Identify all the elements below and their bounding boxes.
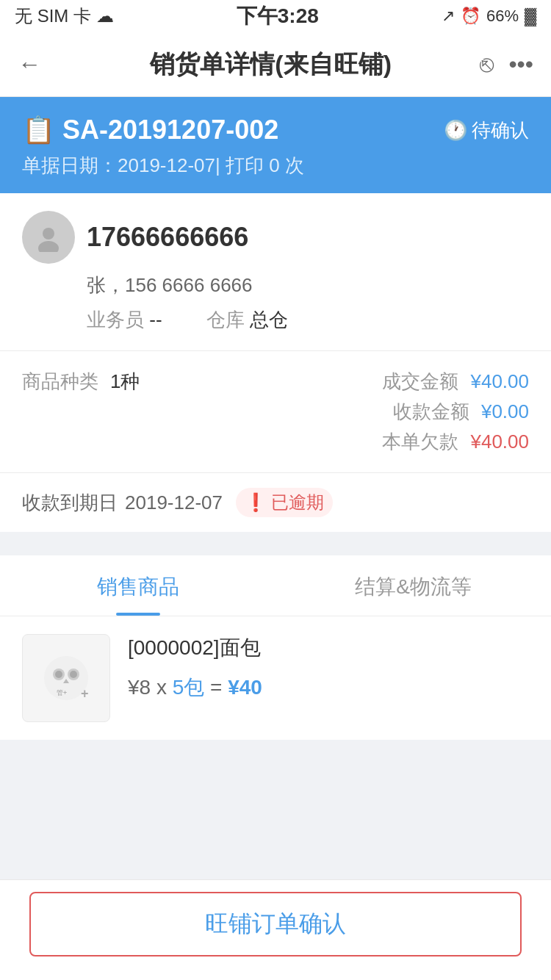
product-price: ¥8 x 5包 = ¥40 — [128, 674, 529, 702]
svg-point-1 — [38, 241, 59, 252]
stats-section: 商品种类 1种 成交金额 ¥40.00 收款金额 ¥0.00 本单欠款 ¥40.… — [0, 351, 551, 472]
nav-right: ⎋ ••• — [480, 51, 533, 78]
customer-phone: 17666666666 — [87, 222, 248, 253]
order-date: 单据日期：2019-12-07| 打印 0 次 — [22, 153, 529, 179]
due-label: 收款到期日 — [22, 490, 118, 516]
confirm-order-button[interactable]: 旺铺订单确认 — [29, 892, 522, 956]
location-icon: ↗ — [442, 7, 455, 26]
battery-icon: ▓ — [525, 7, 536, 26]
sim-status: 无 SIM 卡 ☁ — [15, 4, 114, 28]
product-thumbnail: + 管+ — [22, 634, 110, 722]
clock-icon: 🕐 — [444, 119, 467, 142]
owed-row: 本单欠款 ¥40.00 — [382, 429, 529, 455]
status-time: 下午3:28 — [237, 2, 319, 30]
avatar — [22, 211, 75, 264]
tabs-section: 销售商品 结算&物流等 + 管+ [0000002]面包 — [0, 555, 551, 740]
amount-summary: 成交金额 ¥40.00 收款金额 ¥0.00 本单欠款 ¥40.00 — [382, 369, 529, 455]
product-name: [0000002]面包 — [128, 634, 529, 662]
tab-settlement[interactable]: 结算&物流等 — [276, 555, 551, 616]
order-status: 🕐 待确认 — [444, 118, 529, 143]
status-right: ↗ ⏰ 66% ▓ — [442, 7, 536, 26]
svg-point-0 — [43, 228, 54, 239]
more-button[interactable]: ••• — [508, 51, 533, 78]
svg-text:管+: 管+ — [57, 689, 67, 696]
equals-icon: = — [210, 676, 222, 699]
customer-meta: 业务员 -- 仓库 总仓 — [87, 307, 529, 333]
product-info: [0000002]面包 ¥8 x 5包 = ¥40 — [128, 634, 529, 702]
svg-point-6 — [70, 671, 77, 678]
nav-left: ← — [18, 51, 62, 78]
warehouse-info: 仓库 总仓 — [206, 307, 288, 333]
status-left: 无 SIM 卡 ☁ — [15, 4, 114, 28]
tab-sales-goods[interactable]: 销售商品 — [0, 555, 276, 616]
product-item: + 管+ [0000002]面包 ¥8 x 5包 = ¥40 — [0, 616, 551, 740]
bottom-bar: 旺铺订单确认 — [0, 879, 551, 980]
status-bar: 无 SIM 卡 ☁ 下午3:28 ↗ ⏰ 66% ▓ — [0, 0, 551, 32]
tabs-row: 销售商品 结算&物流等 — [0, 555, 551, 616]
alarm-icon: ⏰ — [461, 7, 480, 26]
customer-section: 17666666666 张，156 6666 6666 业务员 -- 仓库 总仓 — [0, 193, 551, 350]
due-date: 2019-12-07 — [125, 491, 223, 514]
nav-bar: ← 销货单详情(来自旺铺) ⎋ ••• — [0, 32, 551, 97]
overdue-icon: ❗ — [245, 492, 267, 513]
due-date-section: 收款到期日 2019-12-07 ❗ 已逾期 — [0, 473, 551, 532]
amount-row: 成交金额 ¥40.00 — [382, 369, 529, 394]
overdue-text: 已逾期 — [271, 491, 324, 514]
svg-point-5 — [55, 671, 62, 678]
unit-price: ¥8 — [128, 676, 151, 699]
page-title: 销货单详情(来自旺铺) — [62, 48, 480, 82]
battery-level: 66% — [486, 7, 519, 26]
salesperson-info: 业务员 -- — [87, 307, 162, 333]
svg-text:+: + — [81, 686, 89, 701]
order-header: 📋 SA-20191207-002 🕐 待确认 单据日期：2019-12-07|… — [0, 97, 551, 193]
customer-detail: 张，156 6666 6666 — [87, 273, 529, 298]
order-icon: 📋 — [22, 115, 55, 145]
goods-type: 商品种类 1种 — [22, 369, 382, 394]
order-id: 📋 SA-20191207-002 — [22, 115, 278, 145]
status-text: 待确认 — [472, 118, 529, 143]
share-button[interactable]: ⎋ — [480, 51, 494, 78]
section-divider — [0, 544, 551, 555]
received-row: 收款金额 ¥0.00 — [393, 399, 529, 425]
multiply-icon: x — [156, 676, 167, 699]
back-button[interactable]: ← — [18, 51, 41, 78]
overdue-badge: ❗ 已逾期 — [236, 488, 333, 517]
